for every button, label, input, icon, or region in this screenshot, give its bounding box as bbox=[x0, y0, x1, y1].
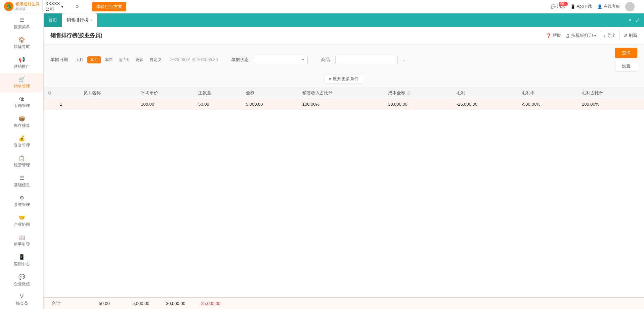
cell-qty: 50.00 bbox=[194, 99, 242, 110]
export-label: 导出 bbox=[607, 33, 616, 39]
sidebar-item-inventory[interactable]: 📦库存核算 bbox=[0, 112, 43, 132]
message-btn[interactable]: 💬 消息 99+ bbox=[551, 4, 565, 9]
sidebar-icon-operations: 📋 bbox=[18, 155, 25, 161]
print-btn[interactable]: 🖨 按模板打印 ▾ bbox=[565, 33, 596, 39]
sidebar-item-finance[interactable]: 💰资金管理 bbox=[0, 132, 43, 152]
sidebar-item-sales[interactable]: 🛒销售管理 bbox=[0, 73, 43, 93]
export-btn[interactable]: ↓ 导出 bbox=[600, 31, 620, 40]
print-icon: 🖨 bbox=[565, 33, 570, 38]
company-dropdown-icon: ▾ bbox=[61, 4, 72, 9]
refresh-label: 刷新 bbox=[629, 33, 637, 39]
app-label: App下载 bbox=[577, 4, 592, 9]
page-title: 销售排行榜(按业务员) bbox=[50, 32, 546, 39]
cell-sales-pct: 100.00% bbox=[298, 99, 384, 110]
sidebar-label-shortcuts: 快捷导航 bbox=[14, 44, 30, 50]
goods-input[interactable] bbox=[335, 56, 398, 64]
industry-btn[interactable]: 体验行业方案 bbox=[92, 2, 126, 11]
table-footer: 合计 50.00 5,000.00 30,000.00 -25,000.00 bbox=[44, 297, 644, 309]
sidebar-label-guide: 新手引导 bbox=[14, 242, 30, 247]
date-filter-label: 单据日期 bbox=[50, 57, 68, 63]
cell-rank: 1 bbox=[56, 99, 79, 110]
more-options-btn[interactable]: ... bbox=[403, 57, 406, 62]
query-btn[interactable]: 查询 bbox=[615, 48, 637, 58]
company-selector[interactable]: XXXXX公司 ▾ ⚙ bbox=[42, 0, 89, 14]
sidebar-item-operations[interactable]: 📋经营管理 bbox=[0, 152, 43, 171]
sidebar-item-basic[interactable]: ☰基础信息 bbox=[0, 171, 43, 191]
date-opt-custom[interactable]: 自定义 bbox=[147, 56, 164, 63]
sidebar-label-collab: 企业协同 bbox=[14, 222, 30, 227]
avatar[interactable] bbox=[625, 2, 635, 11]
app-sub: 标准版 bbox=[15, 7, 40, 11]
sidebar-icon-member: V bbox=[20, 294, 24, 300]
sidebar-item-marketing[interactable]: 📢营销推广 bbox=[0, 53, 43, 73]
sidebar-item-shortcuts[interactable]: 🏠快捷导航 bbox=[0, 33, 43, 53]
help-btn[interactable]: ❓ 帮助 bbox=[546, 33, 561, 39]
filter-settings-btn[interactable]: 设置 bbox=[615, 61, 637, 71]
sidebar-item-wechat[interactable]: 💬企业微信 bbox=[0, 270, 43, 290]
data-table-wrapper: ⚙ 员工名称 平均单价 主数量 全额 销售收入占比% 成本全额 ⓘ 毛利 毛利率 bbox=[44, 87, 644, 297]
refresh-btn[interactable]: ↺ 刷新 bbox=[624, 33, 637, 39]
sidebar-item-collab[interactable]: 🤝企业协同 bbox=[0, 211, 43, 231]
date-opt-prev-month[interactable]: 上月 bbox=[73, 56, 85, 63]
sidebar-label-wechat: 企业微信 bbox=[14, 281, 30, 287]
cell-amount: 5,000.00 bbox=[242, 99, 298, 110]
date-opt-year[interactable]: 本年 bbox=[103, 56, 115, 63]
col-qty: 主数量 bbox=[194, 87, 242, 99]
sidebar-icon-system: ⚙ bbox=[19, 195, 24, 201]
sidebar-item-search[interactable]: ☰搜索菜单 bbox=[0, 13, 43, 33]
sidebar-label-system: 系统管理 bbox=[14, 202, 30, 208]
sidebar-icon-sales: 🛒 bbox=[18, 76, 25, 83]
sidebar-label-apps: 应用中心 bbox=[14, 261, 30, 267]
tab-sales-ranking[interactable]: 销售排行榜 × bbox=[62, 13, 97, 27]
expand-filter-btn[interactable]: ▾ 展开更多条件 bbox=[325, 74, 363, 84]
sidebar-label-marketing: 营销推广 bbox=[14, 64, 30, 69]
sidebar-label-finance: 资金管理 bbox=[14, 143, 30, 148]
date-opt-7days[interactable]: 近7天 bbox=[117, 56, 131, 63]
col-avg-price: 平均单价 bbox=[137, 87, 194, 99]
col-rank bbox=[56, 87, 79, 99]
tab-close-window-icon[interactable]: × bbox=[628, 17, 632, 24]
sidebar-icon-basic: ☰ bbox=[19, 175, 24, 181]
cell-profit-pct: 100.00% bbox=[578, 99, 644, 110]
sidebar-icon-inventory: 📦 bbox=[18, 115, 25, 122]
sidebar-item-guide[interactable]: 📖新手引导 bbox=[0, 231, 43, 251]
sidebar-icon-collab: 🤝 bbox=[18, 214, 25, 221]
settings-icon[interactable]: ⚙ bbox=[75, 4, 86, 9]
sidebar-item-purchase[interactable]: 🛍采购管理 bbox=[0, 93, 43, 112]
help-icon: ❓ bbox=[546, 33, 551, 38]
message-icon: 💬 bbox=[551, 4, 556, 9]
cell-name bbox=[79, 99, 137, 110]
sidebar-icon-finance: 💰 bbox=[18, 135, 25, 142]
status-select[interactable] bbox=[254, 56, 308, 64]
sidebar-icon-search: ☰ bbox=[19, 17, 24, 23]
sidebar-label-purchase: 采购管理 bbox=[14, 103, 30, 109]
footer-amount: 5,000.00 bbox=[128, 301, 162, 306]
col-settings[interactable]: ⚙ bbox=[44, 87, 56, 99]
sidebar-item-member[interactable]: V畅会员 bbox=[0, 290, 43, 309]
tab-maximize-icon[interactable]: ⤢ bbox=[635, 16, 640, 24]
tab-home[interactable]: 首页 bbox=[44, 13, 62, 27]
sidebar-label-inventory: 库存核算 bbox=[14, 123, 30, 128]
online-service-btn[interactable]: 👤 在线客服 bbox=[597, 4, 620, 9]
date-opt-more[interactable]: 更多 bbox=[133, 56, 145, 63]
status-filter-label: 单据状态 bbox=[231, 57, 249, 63]
tab-close-icon[interactable]: × bbox=[90, 18, 92, 22]
sidebar-item-system[interactable]: ⚙系统管理 bbox=[0, 191, 43, 211]
goods-filter-label: 商品 bbox=[321, 57, 330, 63]
sidebar-item-apps[interactable]: 📱应用中心 bbox=[0, 251, 43, 270]
date-opt-current-month[interactable]: 本月 bbox=[87, 56, 101, 63]
print-dropdown-icon: ▾ bbox=[594, 34, 596, 38]
expand-icon: ▾ bbox=[329, 76, 331, 82]
col-name: 员工名称 bbox=[79, 87, 137, 99]
export-icon: ↓ bbox=[604, 33, 606, 38]
col-profit-pct: 毛利占比% bbox=[578, 87, 644, 99]
col-profit-rate: 毛利率 bbox=[518, 87, 578, 99]
cell-cost: 30,000.00 bbox=[384, 99, 453, 110]
service-label: 在线客服 bbox=[604, 4, 620, 9]
col-cost: 成本全额 ⓘ bbox=[384, 87, 453, 99]
cell-profit: -25,000.00 bbox=[453, 99, 518, 110]
app-download-btn[interactable]: 📱 App下载 bbox=[570, 4, 592, 9]
cell-avg-price: 100.00 bbox=[137, 99, 194, 110]
cell-settings bbox=[44, 99, 56, 110]
footer-qty: 50.00 bbox=[95, 301, 128, 306]
